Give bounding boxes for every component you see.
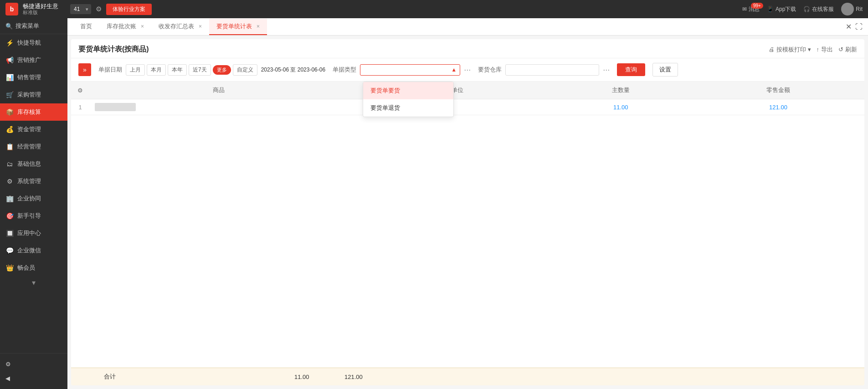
- filter-expand-button[interactable]: »: [78, 63, 91, 76]
- user-avatar-area[interactable]: Rit: [841, 3, 863, 15]
- print-button[interactable]: 🖨 按模板打印 ▾: [769, 46, 811, 54]
- body-container: 🔍 搜索菜单 ⚡ 快捷导航 📢 营销推广 📊 销售管理 🛒 采购管理 📦: [0, 18, 868, 389]
- sidebar-item-label: 基础信息: [17, 160, 41, 168]
- app-container: b 畅捷通好生意 标准版 41 ⚙ 体验行业方案 ✉ 消息 99+ 📱 App下…: [0, 0, 868, 389]
- sidebar-item-marketing[interactable]: 📢 营销推广: [0, 51, 67, 69]
- quick-nav-icon: ⚡: [5, 39, 14, 47]
- tab-bar-actions: ✕ ⛶: [846, 22, 863, 31]
- more-dates-btn[interactable]: 更多: [213, 65, 231, 75]
- date-buttons: 上月 本月 本年 近7天 更多 自定义: [126, 64, 257, 76]
- settings-gear-button[interactable]: ⚙: [96, 5, 102, 13]
- page-header: 要货单统计表(按商品) 🖨 按模板打印 ▾ ↑ 导出 ↺: [71, 39, 864, 58]
- tab-bar: 首页 库存批次账 × 收发存汇总表 × 要货单统计表 × ✕ ⛶: [67, 18, 868, 36]
- sidebar-item-member[interactable]: 👑 畅会员: [0, 259, 67, 276]
- sidebar: 🔍 搜索菜单 ⚡ 快捷导航 📢 营销推广 📊 销售管理 🛒 采购管理 📦: [0, 18, 67, 389]
- dropdown-item-order-return[interactable]: 要货单退货: [363, 99, 453, 117]
- sidebar-item-operations[interactable]: 📋 经营管理: [0, 138, 67, 155]
- system-icon: ⚙: [5, 177, 14, 185]
- guide-icon: 🎯: [5, 212, 14, 220]
- table-settings-icon[interactable]: ⚙: [77, 87, 83, 94]
- this-year-btn[interactable]: 本年: [168, 64, 187, 76]
- tab-close-all-button[interactable]: ✕: [846, 22, 852, 31]
- warehouse-filter-label: 要货仓库: [478, 66, 502, 74]
- sidebar-item-inventory[interactable]: 📦 库存核算: [0, 103, 67, 121]
- tab-order-summary-close[interactable]: ×: [257, 23, 260, 30]
- online-service-button[interactable]: 🎧 在线客服: [803, 5, 834, 13]
- col-qty: 主数量: [550, 82, 692, 99]
- tab-batch-account[interactable]: 库存批次账 ×: [99, 19, 151, 35]
- app-download-button[interactable]: 📱 App下载: [767, 5, 796, 13]
- app-name: 畅捷通好生意: [23, 3, 58, 10]
- date-filter-label: 单据日期: [98, 66, 122, 74]
- product-name-masked: [95, 103, 136, 111]
- query-button[interactable]: 查询: [617, 63, 645, 76]
- store-selector[interactable]: 41: [70, 4, 91, 14]
- sidebar-item-label: 快捷导航: [17, 39, 41, 47]
- app-version: 标准版: [23, 10, 58, 15]
- tab-order-summary[interactable]: 要货单统计表 ×: [209, 19, 267, 35]
- this-month-btn[interactable]: 本月: [147, 64, 166, 76]
- col-settings[interactable]: ⚙: [71, 82, 89, 99]
- messages-button[interactable]: ✉ 消息 99+: [742, 5, 760, 13]
- prev-month-btn[interactable]: 上月: [126, 64, 145, 76]
- tab-batch-account-close[interactable]: ×: [141, 23, 144, 30]
- top-bar: b 畅捷通好生意 标准版 41 ⚙ 体验行业方案 ✉ 消息 99+ 📱 App下…: [0, 0, 868, 18]
- basic-info-icon: 🗂: [5, 160, 14, 168]
- sidebar-item-guide[interactable]: 🎯 新手引导: [0, 207, 67, 225]
- export-button[interactable]: ↑ 导出: [817, 46, 833, 54]
- product-cell: [89, 99, 348, 115]
- tab-expand-button[interactable]: ⛶: [855, 22, 863, 31]
- main-content: 首页 库存批次账 × 收发存汇总表 × 要货单统计表 × ✕ ⛶: [67, 18, 868, 389]
- operations-icon: 📋: [5, 143, 14, 151]
- type-filter-label: 单据类型: [333, 66, 356, 74]
- sidebar-item-quick-nav[interactable]: ⚡ 快捷导航: [0, 34, 67, 51]
- custom-date-btn[interactable]: 自定义: [233, 64, 257, 76]
- tab-receive-summary[interactable]: 收发存汇总表 ×: [151, 19, 209, 35]
- sidebar-item-purchase[interactable]: 🛒 采购管理: [0, 86, 67, 103]
- type-filter-input[interactable]: [360, 64, 460, 76]
- type-filter-more-options[interactable]: ···: [464, 65, 471, 75]
- export-label: 导出: [821, 46, 833, 54]
- sidebar-settings-button[interactable]: ⚙: [0, 357, 67, 371]
- sidebar-item-label: 系统管理: [17, 177, 41, 185]
- sidebar-item-sales[interactable]: 📊 销售管理: [0, 69, 67, 86]
- sidebar-item-wechat[interactable]: 💬 企业微信: [0, 242, 67, 259]
- filter-bar: » 单据日期 上月 本月 本年 近7天 更多 自定义 2023-05-06 至 …: [71, 58, 864, 82]
- dropdown-item-order-goods[interactable]: 要货单要货: [363, 82, 453, 99]
- sidebar-search-label: 搜索菜单: [15, 22, 39, 30]
- amount-cell: 121.00: [692, 99, 864, 115]
- finance-icon: 💰: [5, 125, 14, 133]
- sidebar-item-finance[interactable]: 💰 资金管理: [0, 121, 67, 138]
- sidebar-item-basic-info[interactable]: 🗂 基础信息: [0, 155, 67, 173]
- wechat-icon: 💬: [5, 246, 14, 255]
- trial-button[interactable]: 体验行业方案: [106, 4, 152, 15]
- page-content: 要货单统计表(按商品) 🖨 按模板打印 ▾ ↑ 导出 ↺: [71, 39, 864, 385]
- inventory-icon: 📦: [5, 108, 14, 116]
- table-row: 1 块 11.00: [71, 99, 864, 115]
- warehouse-filter-more-options[interactable]: ···: [603, 65, 610, 75]
- messages-badge: 99+: [751, 3, 763, 9]
- date-filter-group: 单据日期 上月 本月 本年 近7天 更多 自定义 2023-05-06 至 20…: [98, 64, 325, 76]
- user-name: Rit: [856, 6, 863, 12]
- sidebar-collapse-button[interactable]: ◀: [0, 371, 67, 385]
- tab-receive-summary-label: 收发存汇总表: [159, 22, 194, 31]
- sidebar-item-enterprise[interactable]: 🏢 企业协同: [0, 190, 67, 207]
- data-table: ⚙ 商品 主计量单位 主数量 零售金额 1: [71, 82, 864, 115]
- sidebar-search[interactable]: 🔍 搜索菜单: [0, 18, 67, 34]
- tab-batch-account-label: 库存批次账: [107, 22, 136, 31]
- refresh-button[interactable]: ↺ 刷新: [838, 46, 857, 54]
- warehouse-filter-input[interactable]: [505, 64, 599, 76]
- sidebar-item-label: 畅会员: [17, 264, 35, 272]
- sidebar-scroll-down[interactable]: ▾: [0, 276, 67, 289]
- table-container: ⚙ 商品 主计量单位 主数量 零售金额 1: [71, 82, 864, 138]
- marketing-icon: 📢: [5, 56, 14, 64]
- last-7-days-btn[interactable]: 近7天: [189, 64, 211, 76]
- tab-receive-summary-close[interactable]: ×: [199, 23, 202, 30]
- sidebar-item-system[interactable]: ⚙ 系统管理: [0, 173, 67, 190]
- download-icon: 📱: [767, 6, 774, 12]
- column-settings-button[interactable]: 设置: [652, 63, 678, 77]
- amount-link[interactable]: 121.00: [769, 104, 787, 111]
- sidebar-item-app-center[interactable]: 🔲 应用中心: [0, 225, 67, 242]
- qty-link[interactable]: 11.00: [613, 104, 628, 111]
- tab-home[interactable]: 首页: [73, 19, 99, 35]
